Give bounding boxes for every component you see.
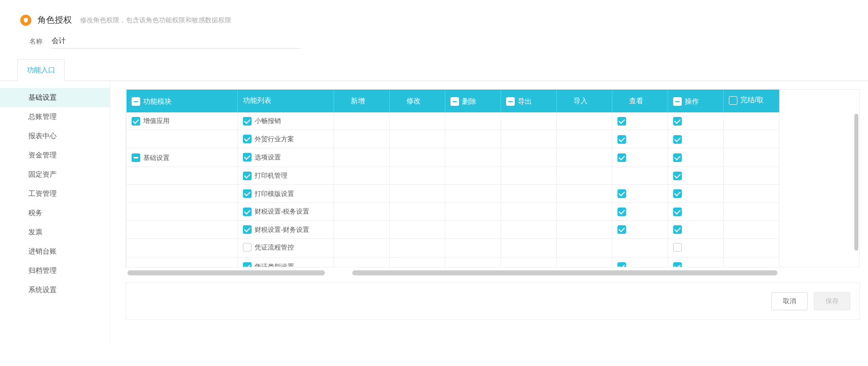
checkbox[interactable] (243, 243, 252, 252)
checkbox[interactable] (673, 208, 682, 216)
sidebar-item-6[interactable]: 税务 (0, 204, 110, 223)
permission-table: 功能模块功能列表新增修改删除导出导入查看操作完结/取 增值应用小畅报销外贸行业方… (126, 90, 779, 267)
sidebar-item-9[interactable]: 归档管理 (0, 261, 110, 280)
sidebar-item-8[interactable]: 进销台账 (0, 242, 110, 261)
cell-finish (724, 258, 779, 268)
checkbox[interactable] (132, 97, 140, 106)
checkbox[interactable] (617, 208, 626, 216)
cell-operate-3 (673, 172, 682, 180)
checkbox[interactable] (729, 96, 737, 105)
checkbox[interactable] (243, 225, 252, 234)
sidebar-item-5[interactable]: 工资管理 (0, 184, 110, 204)
sidebar-item-10[interactable]: 系统设置 (0, 280, 110, 300)
checkbox[interactable] (617, 189, 626, 198)
checkbox[interactable] (243, 153, 252, 161)
cell-operate (668, 112, 724, 130)
checkbox[interactable] (673, 225, 682, 234)
sidebar-item-7[interactable]: 发票 (0, 223, 110, 242)
checkbox[interactable] (673, 117, 682, 126)
cell-delete (445, 185, 501, 203)
cell-operate (668, 148, 724, 167)
cell-view (612, 167, 668, 185)
checkbox[interactable] (617, 225, 626, 234)
h-scrollbar-right[interactable] (352, 270, 777, 275)
h-scrollbar-left[interactable] (128, 270, 325, 275)
cell-module (127, 185, 238, 203)
checkbox[interactable] (617, 262, 626, 267)
checkbox-label: 修改 (406, 97, 421, 106)
cell-add (334, 112, 390, 130)
cell-delete (445, 238, 501, 258)
checkbox[interactable] (562, 97, 570, 106)
checkbox-label: 导入 (573, 97, 588, 106)
list-8: 凭证类型设置 (243, 262, 294, 268)
checkbox[interactable] (450, 97, 459, 106)
save-button[interactable]: 保存 (814, 292, 850, 310)
checkbox[interactable] (673, 243, 682, 252)
checkbox[interactable] (243, 208, 252, 216)
checkbox[interactable] (617, 117, 626, 126)
sidebar-item-1[interactable]: 总账管理 (0, 107, 110, 127)
sidebar-item-4[interactable]: 固定资产 (0, 165, 110, 184)
cell-operate-1 (673, 135, 682, 144)
checkbox[interactable] (132, 153, 140, 162)
cell-view (612, 112, 668, 130)
cell-delete (445, 148, 501, 167)
header-module: 功能模块 (132, 97, 172, 106)
checkbox[interactable] (617, 97, 626, 106)
checkbox[interactable] (673, 135, 682, 144)
checkbox[interactable] (673, 262, 682, 267)
vertical-scrollbar[interactable] (854, 114, 858, 251)
cell-edit (390, 167, 445, 185)
page-subtitle: 修改角色权限，包含该角色功能权限和敏感数据权限 (80, 16, 231, 25)
sidebar-item-3[interactable]: 资金管理 (0, 146, 110, 165)
checkbox[interactable] (339, 97, 348, 106)
checkbox[interactable] (506, 97, 515, 106)
cancel-button[interactable]: 取消 (771, 292, 808, 310)
permission-table-wrap[interactable]: 功能模块功能列表新增修改删除导出导入查看操作完结/取 增值应用小畅报销外贸行业方… (126, 89, 860, 267)
cell-list: 凭证类型设置 (238, 258, 334, 268)
checkbox[interactable] (617, 153, 626, 162)
module-0: 增值应用 (132, 116, 170, 126)
table-row: 凭证类型设置 (127, 258, 779, 268)
checkbox[interactable] (673, 97, 682, 106)
checkbox[interactable] (243, 189, 252, 198)
cell-delete (445, 130, 501, 148)
name-input[interactable] (52, 37, 300, 45)
checkbox-label: 外贸行业方案 (255, 135, 294, 144)
cell-view-1 (617, 135, 626, 144)
cell-view (612, 130, 668, 148)
cell-operate-0 (673, 117, 682, 126)
table-row: 财税设置-财务设置 (127, 221, 779, 239)
checkbox[interactable] (243, 172, 252, 180)
cell-add (334, 202, 390, 221)
header-delete: 删除 (450, 97, 476, 106)
module-2: 基础设置 (132, 153, 170, 162)
cell-import (557, 185, 612, 203)
col-add: 新增 (334, 90, 390, 112)
checkbox[interactable] (673, 153, 682, 162)
cell-view-5 (617, 208, 626, 216)
checkbox-label: 新增 (351, 97, 365, 106)
checkbox[interactable] (395, 97, 403, 106)
tab-function-entry[interactable]: 功能入口 (17, 59, 65, 81)
cell-edit (390, 130, 445, 148)
checkbox[interactable] (132, 117, 140, 126)
checkbox[interactable] (617, 135, 626, 144)
cell-export (501, 148, 557, 167)
cell-list: 外贸行业方案 (238, 130, 334, 148)
sidebar-item-0[interactable]: 基础设置 (0, 88, 110, 107)
checkbox[interactable] (673, 172, 682, 180)
checkbox[interactable] (243, 262, 252, 267)
checkbox-label: 查看 (629, 97, 643, 106)
checkbox[interactable] (673, 189, 682, 198)
cell-delete (445, 112, 501, 130)
name-row: 名称 (0, 30, 868, 59)
cell-add (334, 130, 390, 148)
sidebar-item-2[interactable]: 报表中心 (0, 127, 110, 146)
cell-view (612, 185, 668, 203)
table-row: 打印模版设置 (127, 185, 779, 203)
checkbox[interactable] (243, 135, 252, 143)
checkbox[interactable] (243, 117, 252, 126)
list-4: 打印模版设置 (243, 189, 294, 198)
